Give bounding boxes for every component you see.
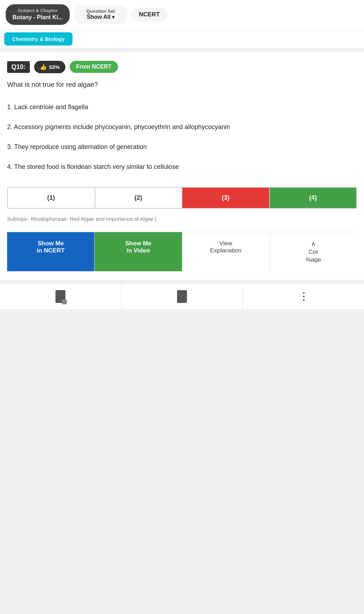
- option-3-num: 3.: [7, 143, 14, 150]
- more-options-icon: ⋮: [299, 292, 309, 301]
- subject-label: Subject & Chapter: [12, 8, 63, 14]
- bottom-icon-3[interactable]: ⋮: [243, 284, 364, 309]
- answer-option-1[interactable]: (1): [8, 188, 95, 208]
- question-text: What is not true for red algae?: [7, 80, 357, 90]
- show-ncert-label: Show Mein NCERT: [37, 240, 64, 254]
- document-icon: [55, 290, 65, 303]
- options-list: 1. Lack centriole and flagella 2. Access…: [7, 97, 357, 177]
- answer-option-4[interactable]: (4): [270, 188, 357, 208]
- question-header: Q10: 👍 53% From NCERT: [7, 61, 357, 73]
- show-video-button[interactable]: Show Mein Video: [95, 232, 182, 271]
- thumbs-up-icon: 👍: [40, 64, 47, 70]
- source-badge: From NCERT: [70, 61, 118, 73]
- bookmark-icon: [177, 290, 187, 303]
- header: Subject & Chapter Botany - Plant Ki... Q…: [0, 0, 364, 30]
- bottom-icon-2[interactable]: [122, 284, 243, 309]
- questionset-label: Question Set: [80, 9, 121, 14]
- option-4-text: The stored food is floridean starch very…: [14, 163, 179, 170]
- subject-chapter-button[interactable]: Subject & Chapter Botany - Plant Ki...: [6, 4, 70, 25]
- option-2[interactable]: 2. Accessory pigments include phycocyani…: [7, 117, 357, 137]
- view-explanation-label: ViewExplanation: [210, 240, 242, 254]
- option-4-num: 4.: [7, 163, 14, 170]
- option-2-text: Accessory pigments include phycocyanin, …: [14, 123, 230, 130]
- tab-chem-bio[interactable]: Chemistry & Biology: [4, 32, 73, 46]
- like-percent: 53%: [49, 64, 60, 70]
- option-1-num: 1.: [7, 103, 14, 111]
- like-badge: 👍 53%: [34, 61, 65, 73]
- action-buttons: Show Mein NCERT Show Mein Video ViewExpl…: [7, 232, 357, 271]
- answer-option-3[interactable]: (3): [182, 188, 270, 208]
- answer-bar: (1) (2) (3) (4): [7, 187, 357, 209]
- question-set-button[interactable]: Question Set Show All ▾: [74, 5, 127, 24]
- option-1[interactable]: 1. Lack centriole and flagella: [7, 97, 357, 117]
- questionset-value: Show All ▾: [80, 14, 121, 20]
- ncert-button[interactable]: NCERT: [132, 7, 167, 22]
- option-2-num: 2.: [7, 123, 14, 130]
- show-ncert-button[interactable]: Show Mein NCERT: [7, 232, 95, 271]
- correct-label: Cor: [309, 249, 318, 256]
- bottom-icon-1[interactable]: [0, 284, 122, 309]
- question-number: Q10:: [7, 61, 30, 73]
- answer-option-2[interactable]: (2): [95, 188, 183, 208]
- show-video-label: Show Mein Video: [125, 240, 151, 254]
- subtopic-text: Subtopic: Rhodophyceae: Red Algae and Im…: [7, 215, 357, 223]
- chevron-up-icon: ∧: [311, 240, 316, 248]
- option-3-text: They reproduce using alternation of gene…: [14, 143, 147, 150]
- tabs-strip: Chemistry & Biology: [0, 30, 364, 49]
- option-1-text: Lack centriole and flagella: [14, 103, 88, 111]
- chevron-down-icon: ▾: [112, 14, 114, 20]
- bottom-icon-bar: ⋮: [0, 283, 364, 309]
- correct-percentage-button[interactable]: ∧ Cor %age: [270, 232, 357, 271]
- option-4[interactable]: 4. The stored food is floridean starch v…: [7, 157, 357, 177]
- question-card: Q10: 👍 53% From NCERT What is not true f…: [0, 52, 364, 280]
- option-3[interactable]: 3. They reproduce using alternation of g…: [7, 137, 357, 157]
- view-explanation-button[interactable]: ViewExplanation: [182, 232, 270, 271]
- percentage-label: %age: [306, 256, 321, 263]
- subject-value: Botany - Plant Ki...: [12, 14, 63, 21]
